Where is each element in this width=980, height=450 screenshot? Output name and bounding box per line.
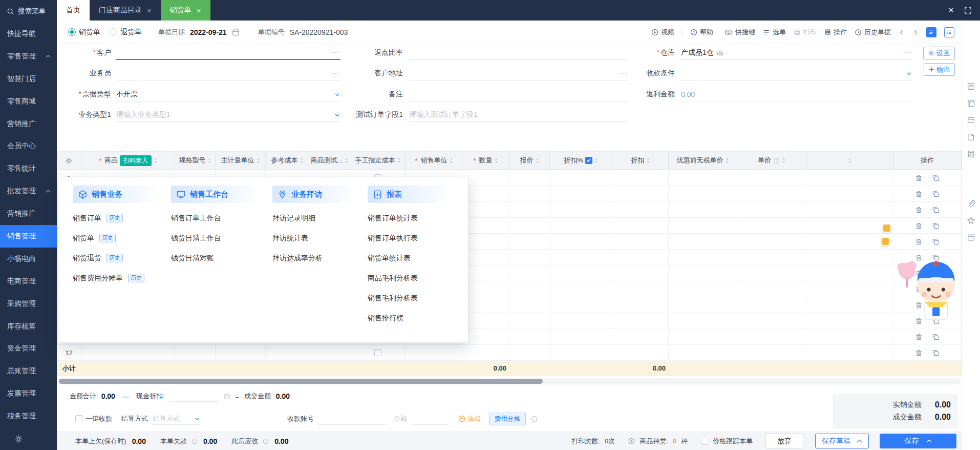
column-header-规格型号[interactable]: 规格型号 (175, 152, 216, 169)
popup-menu-item[interactable]: 钱货日清对账 (171, 248, 272, 268)
table-cell[interactable] (806, 250, 893, 265)
table-cell[interactable] (612, 186, 669, 202)
account-input[interactable] (318, 413, 386, 425)
history-badge[interactable]: 历史 (106, 254, 123, 262)
table-cell[interactable] (462, 234, 509, 250)
copy-row-icon[interactable] (932, 349, 940, 357)
table-cell[interactable] (806, 170, 893, 186)
table-cell[interactable] (81, 345, 175, 361)
testfield-input[interactable]: 请输入测试订单字段1 (409, 108, 628, 122)
memo-icon[interactable] (966, 81, 976, 91)
sidebar-item-0[interactable]: 快捷导航 (0, 23, 57, 45)
table-cell[interactable] (550, 186, 612, 202)
table-cell[interactable] (550, 265, 612, 281)
card-icon[interactable] (966, 115, 976, 125)
column-header-手工指定成本[interactable]: 手工指定成本 (350, 152, 406, 169)
copy-row-icon[interactable] (932, 333, 940, 341)
table-cell[interactable] (216, 345, 266, 361)
prev-doc-icon[interactable] (899, 29, 905, 35)
document-icon[interactable] (966, 132, 976, 142)
copy-row-icon[interactable] (932, 190, 940, 198)
column-spacer[interactable] (806, 152, 893, 169)
settle-select[interactable]: 结算方式 (153, 413, 200, 425)
sidebar-item-2[interactable]: 智慧门店 (0, 68, 57, 90)
table-cell[interactable] (669, 234, 737, 250)
copy-row-icon[interactable] (932, 174, 940, 182)
copy-row-icon[interactable] (932, 206, 940, 214)
table-cell[interactable] (462, 265, 509, 281)
doc-date-value[interactable]: 2022-09-21 (190, 28, 227, 36)
table-cell[interactable] (509, 265, 550, 281)
help-icon[interactable]: ? (224, 393, 230, 400)
onekey-checkbox[interactable] (75, 415, 82, 422)
popup-menu-item[interactable]: 拜访达成率分析 (272, 248, 368, 268)
save-button[interactable]: 保存 (880, 434, 956, 448)
table-cell[interactable] (550, 202, 612, 218)
salesman-input[interactable]: ··· (116, 67, 340, 80)
table-cell[interactable] (462, 313, 509, 329)
form-view-toggle-icon[interactable] (926, 27, 936, 37)
table-cell[interactable] (462, 170, 509, 186)
sidebar-item-12[interactable]: 采购管理 (0, 293, 57, 315)
column-settings-gear-icon[interactable] (57, 152, 81, 169)
table-cell[interactable] (893, 218, 962, 234)
address-input[interactable]: ··· (409, 67, 628, 80)
paperclip-icon[interactable] (966, 198, 976, 209)
help-icon[interactable]: ? (191, 438, 198, 444)
save-draft-button[interactable]: 保存草稿 (815, 434, 869, 448)
table-cell[interactable] (612, 234, 669, 250)
table-cell[interactable] (550, 297, 612, 313)
table-cell[interactable] (612, 313, 669, 329)
remark-input[interactable] (409, 88, 628, 101)
copy-row-icon[interactable] (932, 222, 940, 230)
popup-menu-item[interactable]: 销货退货历史 (73, 248, 171, 268)
sidebar-item-14[interactable]: 资金管理 (0, 337, 57, 360)
table-cell[interactable] (462, 297, 509, 313)
table-cell[interactable] (806, 186, 893, 202)
column-header-优惠前无税单价[interactable]: 优惠前无税单价 (669, 152, 737, 169)
doc-type-radio-sale[interactable]: 销货单 (68, 28, 100, 37)
table-cell[interactable] (550, 281, 612, 297)
table-cell[interactable] (669, 329, 737, 345)
operations-button[interactable]: 操作 (824, 28, 847, 37)
table-cell[interactable] (612, 329, 669, 345)
table-cell[interactable] (550, 313, 612, 329)
popup-menu-item[interactable]: 销售订单执行表 (368, 228, 464, 248)
table-cell[interactable] (806, 329, 893, 345)
table-cell[interactable] (509, 202, 550, 218)
sidebar-item-8[interactable]: 营销推广 (0, 202, 57, 225)
table-row[interactable]: 12 (57, 345, 962, 361)
table-cell[interactable] (612, 202, 669, 218)
table-cell[interactable] (737, 202, 806, 218)
biztype-select[interactable]: 请输入业务类型1 (116, 108, 340, 122)
popup-menu-item[interactable]: 拜访统计表 (272, 228, 368, 248)
popup-menu-item[interactable]: 销售毛利分析表 (368, 288, 464, 308)
sidebar-item-7[interactable]: 批发管理 (0, 180, 57, 202)
sidebar-item-17[interactable]: 税务管理 (0, 405, 57, 427)
table-cell[interactable] (669, 265, 737, 281)
sidebar-item-3[interactable]: 零售商城 (0, 90, 57, 113)
delete-row-icon[interactable] (915, 174, 923, 182)
table-cell[interactable] (406, 345, 462, 361)
popup-menu-item[interactable]: 钱货日清工作台 (171, 228, 272, 248)
table-cell[interactable] (806, 313, 893, 329)
table-cell[interactable] (550, 345, 612, 361)
lookup-ellipsis-icon[interactable]: ··· (331, 49, 340, 56)
delete-row-icon[interactable] (915, 349, 923, 357)
hotkeys-button[interactable]: 快捷键 (725, 28, 755, 37)
horizontal-scrollbar[interactable] (58, 378, 961, 384)
video-button[interactable]: 视频 (651, 28, 674, 37)
table-cell[interactable] (806, 345, 893, 361)
column-header-折扣%[interactable]: 折扣% (550, 152, 612, 169)
table-cell[interactable] (669, 202, 737, 218)
sidebar-settings[interactable] (0, 427, 57, 450)
sidebar-search[interactable]: 搜索菜单 (0, 0, 57, 23)
delete-row-icon[interactable] (915, 222, 923, 230)
amount-input[interactable] (411, 413, 448, 425)
table-cell[interactable] (612, 281, 669, 297)
table-cell[interactable] (509, 297, 550, 313)
discard-button[interactable]: 放弃 (765, 434, 803, 448)
tab-close-icon[interactable]: × (147, 7, 152, 14)
sidebar-item-15[interactable]: 总账管理 (0, 360, 57, 382)
tab-sales-order[interactable]: 销货单 × (161, 0, 210, 21)
